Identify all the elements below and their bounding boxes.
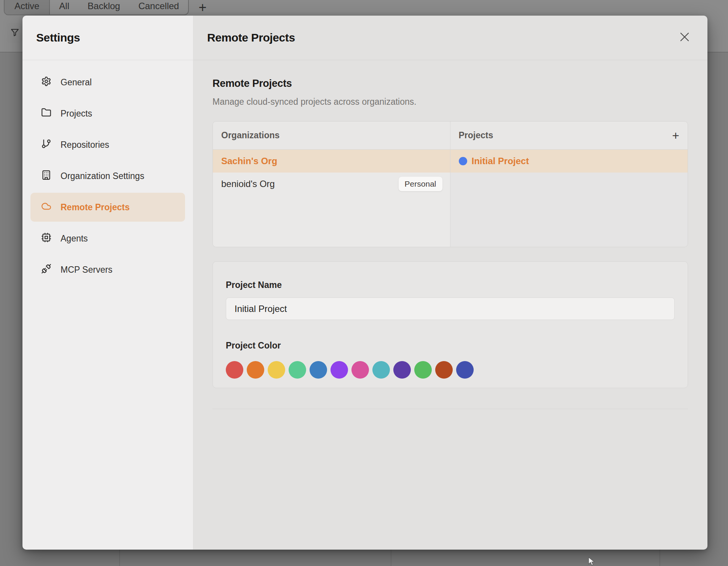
org-projects-table: Organizations Projects + Sachin's Org In…	[212, 121, 688, 247]
org-name: Sachin's Org	[221, 156, 277, 166]
tab-all[interactable]: All	[50, 0, 78, 14]
sidebar-item-label: General	[61, 77, 92, 88]
organizations-column-header: Organizations	[213, 122, 450, 150]
color-swatch-blue[interactable]	[310, 361, 327, 379]
sidebar-header: Settings	[22, 16, 193, 60]
view-tab-group: Active All Backlog Cancelled	[4, 0, 189, 15]
settings-main-panel: Remote Projects Remote Projects Manage c…	[193, 16, 707, 550]
sidebar-item-label: Remote Projects	[61, 202, 130, 213]
projects-column-header: Projects +	[450, 122, 688, 150]
color-swatch-yellow[interactable]	[268, 361, 285, 379]
project-color-label: Project Color	[226, 340, 675, 351]
sidebar-item-label: Organization Settings	[61, 171, 144, 181]
sidebar-item-label: Repositories	[61, 140, 109, 150]
color-swatch-mint[interactable]	[289, 361, 306, 379]
color-swatch-pink[interactable]	[351, 361, 369, 379]
personal-badge: Personal	[399, 177, 442, 191]
cpu-icon	[41, 232, 51, 245]
settings-sidebar: Settings General Projects Repositories	[22, 16, 193, 550]
project-name: Initial Project	[472, 156, 529, 166]
section-divider	[212, 409, 688, 409]
git-branch-icon	[41, 139, 51, 151]
section-description: Manage cloud-synced projects across orga…	[212, 96, 688, 107]
sidebar-nav: General Projects Repositories Organizati…	[22, 60, 193, 294]
funnel-icon	[10, 28, 19, 38]
sidebar-item-agents[interactable]: Agents	[30, 224, 185, 253]
mouse-cursor	[588, 557, 598, 566]
color-swatch-violet[interactable]	[393, 361, 411, 379]
sidebar-item-projects[interactable]: Projects	[30, 99, 185, 128]
color-swatch-purple[interactable]	[330, 361, 348, 379]
sidebar-item-organization-settings[interactable]: Organization Settings	[30, 161, 185, 190]
close-icon	[679, 31, 690, 44]
projects-empty-cell	[450, 173, 688, 195]
page-title: Remote Projects	[207, 31, 295, 44]
add-project-button[interactable]: +	[671, 130, 680, 142]
main-header: Remote Projects	[193, 16, 707, 60]
sidebar-item-repositories[interactable]: Repositories	[30, 130, 185, 159]
sidebar-item-label: Projects	[61, 109, 92, 119]
plug-icon	[41, 264, 51, 276]
org-row-sachins-org[interactable]: Sachin's Org	[213, 150, 450, 173]
sidebar-item-remote-projects[interactable]: Remote Projects	[30, 193, 185, 222]
org-row-benioids-org[interactable]: benioid's Org Personal	[213, 173, 450, 195]
project-form-card: Project Name Project Color	[212, 261, 688, 388]
sidebar-item-general[interactable]: General	[30, 68, 185, 97]
color-swatch-rust[interactable]	[435, 361, 453, 379]
projects-filler	[450, 195, 688, 247]
sidebar-item-label: Agents	[61, 233, 88, 244]
sidebar-item-label: MCP Servers	[61, 265, 112, 275]
color-swatch-teal[interactable]	[372, 361, 390, 379]
filter-button[interactable]	[7, 23, 23, 43]
building-icon	[41, 170, 51, 182]
color-swatch-green[interactable]	[414, 361, 432, 379]
project-color-dot	[459, 157, 467, 165]
org-name: benioid's Org	[221, 179, 275, 189]
project-name-input[interactable]	[226, 297, 675, 320]
settings-modal: Settings General Projects Repositories	[22, 16, 707, 550]
tab-cancelled[interactable]: Cancelled	[129, 0, 188, 14]
color-swatch-red[interactable]	[226, 361, 243, 379]
gear-icon	[41, 76, 51, 89]
project-row-initial-project[interactable]: Initial Project	[450, 150, 688, 173]
remote-projects-content: Remote Projects Manage cloud-synced proj…	[193, 60, 707, 409]
tab-active[interactable]: Active	[5, 0, 50, 14]
projects-header-label: Projects	[459, 130, 493, 141]
sidebar-item-mcp-servers[interactable]: MCP Servers	[30, 255, 185, 284]
section-title: Remote Projects	[212, 77, 688, 90]
new-tab-button[interactable]: +	[194, 0, 211, 16]
organizations-header-label: Organizations	[221, 130, 279, 141]
tab-backlog[interactable]: Backlog	[78, 0, 129, 14]
cloud-icon	[41, 201, 51, 214]
color-swatch-indigo[interactable]	[456, 361, 474, 379]
close-button[interactable]	[675, 29, 694, 47]
settings-title: Settings	[36, 31, 80, 44]
organizations-filler	[213, 195, 450, 247]
color-swatch-orange[interactable]	[247, 361, 264, 379]
project-color-swatches	[226, 361, 675, 379]
folder-icon	[41, 107, 51, 120]
project-name-label: Project Name	[226, 279, 675, 291]
